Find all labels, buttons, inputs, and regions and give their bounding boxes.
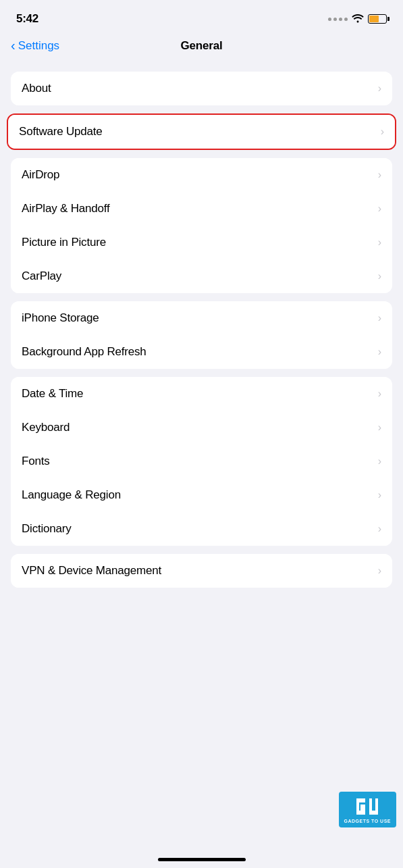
page-title: General — [181, 39, 223, 53]
battery-icon — [368, 14, 387, 24]
background-app-refresh-item[interactable]: Background App Refresh › — [11, 335, 392, 369]
status-bar: 5:42 — [0, 0, 403, 34]
date-time-item[interactable]: Date & Time › — [11, 377, 392, 411]
watermark: GADGETS TO USE — [339, 792, 397, 827]
chevron-icon: › — [378, 346, 381, 358]
signal-icon — [328, 18, 348, 21]
airplay-handoff-item[interactable]: AirPlay & Handoff › — [11, 192, 392, 226]
chevron-icon: › — [378, 565, 381, 577]
chevron-icon: › — [378, 523, 381, 535]
status-time: 5:42 — [16, 12, 38, 26]
keyboard-label: Keyboard — [22, 421, 70, 434]
chevron-icon: › — [378, 422, 381, 434]
chevron-icon: › — [378, 203, 381, 215]
airdrop-item[interactable]: AirDrop › — [11, 158, 392, 192]
software-update-item[interactable]: Software Update › — [8, 115, 395, 149]
chevron-icon: › — [378, 169, 381, 181]
vpn-device-management-label: VPN & Device Management — [22, 564, 161, 578]
vpn-device-management-item[interactable]: VPN & Device Management › — [11, 554, 392, 588]
watermark-text: GADGETS TO USE — [344, 819, 392, 823]
wifi-icon — [352, 14, 364, 25]
carplay-label: CarPlay — [22, 270, 61, 283]
fonts-item[interactable]: Fonts › — [11, 444, 392, 478]
chevron-icon: › — [378, 455, 381, 467]
chevron-icon: › — [378, 236, 381, 249]
dictionary-item[interactable]: Dictionary › — [11, 512, 392, 546]
carplay-item[interactable]: CarPlay › — [11, 259, 392, 293]
chevron-icon: › — [378, 270, 381, 282]
fonts-label: Fonts — [22, 455, 50, 468]
status-icons — [328, 14, 387, 25]
chevron-icon: › — [381, 126, 384, 138]
connectivity-section: AirDrop › AirPlay & Handoff › Picture in… — [11, 158, 392, 293]
chevron-icon: › — [378, 312, 381, 324]
airplay-handoff-label: AirPlay & Handoff — [22, 202, 109, 215]
about-item[interactable]: About › — [11, 72, 392, 105]
watermark-logo — [354, 796, 381, 817]
airdrop-label: AirDrop — [22, 168, 59, 182]
battery-fill — [369, 16, 379, 22]
about-section: About › — [11, 72, 392, 105]
iphone-storage-label: iPhone Storage — [22, 311, 99, 325]
back-chevron-icon: ‹ — [11, 38, 16, 53]
storage-section: iPhone Storage › Background App Refresh … — [11, 301, 392, 369]
language-region-label: Language & Region — [22, 488, 121, 502]
nav-header: ‹ Settings General — [0, 34, 403, 63]
chevron-icon: › — [378, 82, 381, 95]
about-label: About — [22, 82, 51, 95]
dictionary-label: Dictionary — [22, 522, 72, 536]
software-update-label: Software Update — [19, 125, 103, 138]
language-region-item[interactable]: Language & Region › — [11, 478, 392, 512]
picture-in-picture-label: Picture in Picture — [22, 236, 106, 249]
back-label: Settings — [18, 39, 59, 53]
chevron-icon: › — [378, 489, 381, 501]
home-indicator — [158, 858, 246, 861]
date-time-label: Date & Time — [22, 387, 83, 401]
iphone-storage-item[interactable]: iPhone Storage › — [11, 301, 392, 335]
picture-in-picture-item[interactable]: Picture in Picture › — [11, 226, 392, 259]
software-update-section: Software Update › — [7, 113, 396, 150]
back-button[interactable]: ‹ Settings — [11, 39, 59, 53]
chevron-icon: › — [378, 388, 381, 400]
background-app-refresh-label: Background App Refresh — [22, 345, 146, 359]
vpn-section: VPN & Device Management › — [11, 554, 392, 588]
localization-section: Date & Time › Keyboard › Fonts › Languag… — [11, 377, 392, 546]
keyboard-item[interactable]: Keyboard › — [11, 411, 392, 444]
